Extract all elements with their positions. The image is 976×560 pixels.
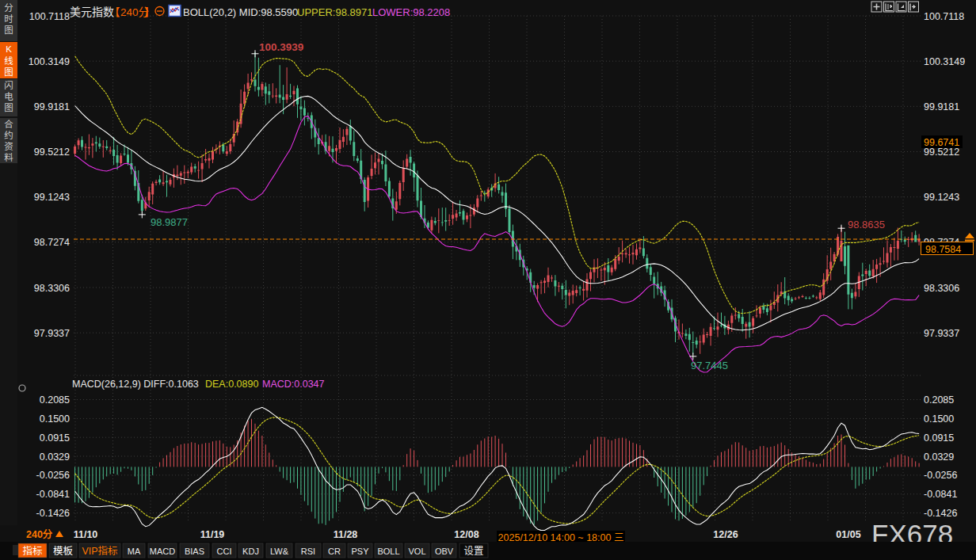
svg-text:闪: 闪 (4, 80, 13, 90)
svg-text:OBV: OBV (435, 547, 454, 556)
svg-text:BOLL(20,2) MID:98.5590: BOLL(20,2) MID:98.5590 (183, 6, 298, 18)
svg-text:99.9181: 99.9181 (34, 101, 70, 112)
svg-text:图: 图 (4, 103, 13, 112)
svg-text:VIP指标: VIP指标 (82, 545, 117, 557)
svg-text:RSI: RSI (301, 547, 315, 556)
svg-text:CR: CR (328, 547, 341, 556)
svg-text:99.1243: 99.1243 (924, 192, 959, 203)
svg-text:MACD:0.0347: MACD:0.0347 (262, 379, 325, 390)
svg-text:】: 】 (144, 6, 155, 18)
svg-text:-0.0841: -0.0841 (924, 489, 957, 500)
svg-text:240分: 240分 (26, 528, 53, 540)
svg-text:分: 分 (4, 3, 13, 13)
svg-text:BOLL: BOLL (377, 547, 399, 556)
svg-text:11/28: 11/28 (334, 529, 358, 540)
svg-text:0.1500: 0.1500 (40, 413, 70, 425)
svg-text:2025/12/10 14:00 ~ 18:00 三: 2025/12/10 14:00 ~ 18:00 三 (498, 532, 624, 543)
svg-text:MACD(26,12,9) DIFF:0.1063: MACD(26,12,9) DIFF:0.1063 (72, 379, 199, 390)
svg-text:-0.0841: -0.0841 (36, 489, 70, 500)
svg-text:12/26: 12/26 (713, 529, 738, 540)
svg-text:0.2085: 0.2085 (40, 394, 70, 406)
svg-text:0.0329: 0.0329 (40, 451, 70, 463)
svg-text:UPPER:98.8971: UPPER:98.8971 (297, 6, 372, 18)
svg-text:0.2085: 0.2085 (924, 394, 954, 406)
svg-text:资: 资 (4, 142, 13, 151)
svg-text:100.7118: 100.7118 (29, 11, 70, 22)
svg-text:图: 图 (4, 67, 13, 77)
svg-text:LOWER:98.2208: LOWER:98.2208 (372, 6, 450, 18)
svg-text:指标: 指标 (22, 545, 42, 557)
svg-text:图: 图 (4, 25, 13, 35)
svg-text:-0.1426: -0.1426 (36, 508, 70, 519)
svg-text:MA: MA (128, 547, 141, 556)
svg-text:-0.0256: -0.0256 (36, 470, 70, 481)
svg-text:98.8635: 98.8635 (848, 219, 885, 230)
svg-text:01/05: 01/05 (836, 529, 860, 540)
svg-text:PSY: PSY (351, 547, 369, 556)
svg-text:LW&: LW& (270, 547, 289, 556)
svg-text:98.9877: 98.9877 (151, 216, 188, 228)
svg-text:100.3149: 100.3149 (924, 56, 965, 67)
svg-text:98.7584: 98.7584 (925, 244, 961, 255)
svg-text:料: 料 (4, 152, 13, 162)
svg-text:0.0915: 0.0915 (40, 432, 70, 444)
svg-text:MACD: MACD (150, 547, 175, 556)
svg-text:99.5212: 99.5212 (924, 147, 959, 158)
svg-text:0.0329: 0.0329 (924, 451, 954, 463)
svg-text:99.6741: 99.6741 (924, 137, 959, 148)
svg-text:CCI: CCI (217, 547, 232, 556)
svg-text:0.1500: 0.1500 (924, 413, 954, 425)
svg-text:-0.1426: -0.1426 (924, 508, 957, 519)
svg-text:模板: 模板 (53, 546, 74, 557)
svg-text:美元指数: 美元指数 (70, 6, 114, 18)
svg-text:100.3149: 100.3149 (29, 56, 70, 67)
svg-text:电: 电 (4, 92, 13, 101)
svg-text:98.3306: 98.3306 (34, 283, 70, 294)
svg-text:98.3306: 98.3306 (924, 283, 959, 294)
svg-text:-0.0256: -0.0256 (924, 470, 957, 481)
svg-text:VOL: VOL (408, 547, 425, 556)
svg-text:98.7274: 98.7274 (34, 237, 70, 248)
svg-text:97.9337: 97.9337 (34, 328, 70, 339)
svg-text:0.0915: 0.0915 (924, 432, 954, 444)
svg-text:约: 约 (4, 130, 13, 140)
svg-text:【: 【 (109, 6, 120, 18)
svg-text:合: 合 (4, 119, 13, 129)
svg-text:97.9337: 97.9337 (924, 328, 959, 339)
svg-text:99.5212: 99.5212 (34, 147, 70, 158)
svg-text:99.1243: 99.1243 (34, 192, 70, 203)
svg-text:设置: 设置 (463, 545, 483, 557)
svg-text:11/10: 11/10 (74, 529, 98, 540)
svg-text:100.7118: 100.7118 (924, 11, 964, 22)
svg-text:12/08: 12/08 (454, 529, 478, 540)
svg-text:100.3939: 100.3939 (259, 41, 303, 53)
svg-text:时: 时 (4, 14, 13, 24)
svg-text:线: 线 (4, 55, 13, 66)
svg-text:11/19: 11/19 (200, 529, 225, 540)
svg-text:97.7445: 97.7445 (691, 360, 728, 371)
svg-text:KDJ: KDJ (242, 547, 259, 556)
svg-text:K: K (6, 44, 12, 54)
svg-text:99.9181: 99.9181 (924, 101, 959, 112)
svg-text:DEA:0.0890: DEA:0.0890 (205, 379, 258, 390)
svg-text:BIAS: BIAS (185, 547, 204, 556)
